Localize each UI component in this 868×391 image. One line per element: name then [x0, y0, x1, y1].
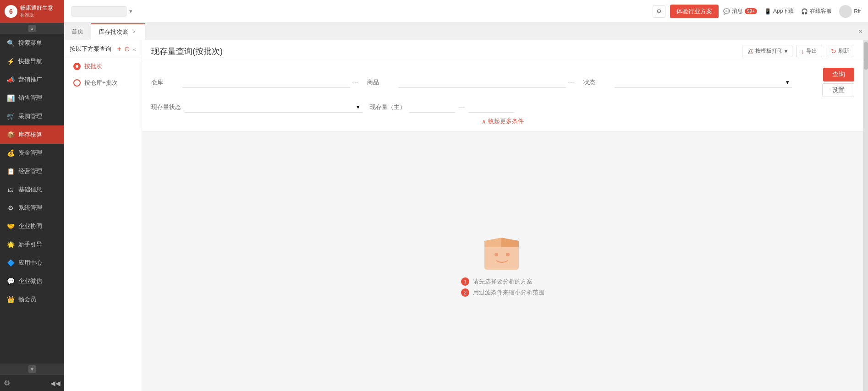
export-icon: ↓ [801, 48, 804, 55]
empty-steps: 1 请先选择要分析的方案 2 用过滤条件来缩小分析范围 [461, 277, 544, 297]
collapse-left-panel-btn[interactable]: « [133, 46, 136, 53]
scrollbar-thumb[interactable] [864, 42, 868, 70]
sidebar-item-marketing[interactable]: 📣营销推广 [0, 71, 64, 89]
scheme-item-warehouse_batch[interactable]: 按仓库+批次 [64, 75, 142, 91]
page-header: 现存量查询(按批次) 🖨 按模板打印 ▾ ↓ 导出 ↻ 刷新 [142, 40, 863, 62]
sidebar-item-label: 库存核算 [18, 130, 42, 139]
stock-qty-filter: 现存量（主） — [370, 102, 792, 113]
tab-home[interactable]: 首页 [64, 24, 91, 39]
sidebar-item-appstore[interactable]: 🔷应用中心 [0, 254, 64, 272]
close-all-tabs-btn[interactable]: × [853, 27, 868, 36]
sidebar-item-search[interactable]: 🔍搜索菜单 [0, 34, 64, 52]
sidebar-item-inventory[interactable]: 📦库存核算 [0, 125, 64, 144]
scheme-settings-btn[interactable]: ⊙ [124, 45, 130, 53]
breadcrumb: ▾ [71, 6, 648, 16]
collapse-label: 收起更多条件 [488, 117, 524, 125]
brand-info: 畅康通好生意 标准版 [20, 5, 53, 18]
stock-qty-max-input[interactable] [468, 102, 514, 113]
status-dropdown-icon: ▾ [786, 79, 789, 86]
footer-collapse-icon[interactable]: ◀◀ [50, 380, 60, 387]
sidebar-item-enterprise[interactable]: 🤝企业协同 [0, 217, 64, 235]
member-icon: 👑 [6, 295, 15, 304]
sidebar-item-label: 营销推广 [18, 76, 42, 84]
sidebar-item-basic[interactable]: 🗂基础信息 [0, 180, 64, 199]
sidebar-scroll-up[interactable]: ▲ [28, 25, 36, 32]
sidebar-item-label: 采购管理 [18, 112, 42, 120]
tab-close-btn[interactable]: × [131, 29, 137, 35]
sidebar-item-label: 企业微信 [18, 277, 42, 285]
sidebar-item-finance[interactable]: 💰资金管理 [0, 144, 64, 162]
page-header-actions: 🖨 按模板打印 ▾ ↓ 导出 ↻ 刷新 [742, 45, 854, 57]
refresh-label: 刷新 [838, 47, 849, 55]
sidebar-item-purchase[interactable]: 🛒采购管理 [0, 107, 64, 125]
left-panel-header: 按以下方案查询 + ⊙ « [64, 40, 142, 58]
app-download-item[interactable]: 📱 App下载 [764, 7, 794, 15]
query-btn[interactable]: 查询 [823, 68, 854, 81]
newbie-icon: 🌟 [6, 240, 15, 249]
print-dropdown-icon[interactable]: ▾ [785, 48, 787, 54]
scheme-dot-warehouse_batch [73, 79, 81, 87]
sidebar-item-label: 企业协同 [18, 222, 42, 230]
user-item[interactable]: Rit [839, 5, 861, 18]
app-logo: 6 [5, 5, 17, 18]
trial-btn[interactable]: 体验行业方案 [670, 5, 719, 18]
right-scrollbar[interactable] [863, 40, 868, 391]
footer-gear-icon[interactable]: ⚙ [4, 379, 10, 387]
online-service-item[interactable]: 🎧 在线客服 [801, 7, 832, 15]
stock-status-select[interactable]: ▾ [185, 102, 363, 113]
refresh-btn[interactable]: ↻ 刷新 [826, 45, 854, 57]
sidebar-item-label: 应用中心 [18, 259, 42, 267]
goods-more-btn[interactable]: ··· [566, 78, 576, 87]
step-2-num: 2 [461, 288, 469, 297]
sidebar-item-shortcut[interactable]: ⚡快捷导航 [0, 52, 64, 71]
warehouse-label: 仓库 [151, 78, 179, 87]
step-1-num: 1 [461, 277, 469, 286]
goods-input[interactable] [398, 77, 566, 88]
sidebar-item-sales[interactable]: 📊销售管理 [0, 89, 64, 107]
message-item[interactable]: 💬 消息 99+ [723, 7, 757, 15]
phone-icon: 📱 [764, 8, 771, 15]
stock-qty-min-input[interactable] [409, 102, 455, 113]
print-icon: 🖨 [747, 48, 753, 55]
left-panel-title: 按以下方案查询 [70, 45, 111, 53]
breadcrumb-dropdown-icon[interactable]: ▾ [129, 8, 132, 15]
operation-icon: 📋 [6, 167, 15, 175]
filter-row-2: 现存量状态 ▾ 现存量（主） — [151, 102, 854, 113]
sidebar-item-system[interactable]: ⚙系统管理 [0, 199, 64, 217]
sidebar-item-label: 资金管理 [18, 149, 42, 157]
sidebar-item-wechat[interactable]: 💬企业微信 [0, 272, 64, 290]
print-btn[interactable]: 🖨 按模板打印 ▾ [742, 45, 792, 57]
topbar-gear-btn[interactable]: ⚙ [653, 5, 665, 18]
sidebar-scroll-down[interactable]: ▼ [28, 365, 36, 373]
right-content: 现存量查询(按批次) 🖨 按模板打印 ▾ ↓ 导出 ↻ 刷新 [142, 40, 863, 391]
warehouse-more-btn[interactable]: ··· [350, 78, 360, 87]
collapse-icon: ∧ [482, 118, 486, 125]
tab-inventory-batch[interactable]: 库存批次账 × [91, 23, 145, 40]
add-scheme-btn[interactable]: + [117, 45, 121, 53]
sidebar-nav: 🔍搜索菜单⚡快捷导航📣营销推广📊销售管理🛒采购管理📦库存核算💰资金管理📋经营管理… [0, 34, 64, 364]
breadcrumb-input[interactable] [71, 6, 126, 16]
warehouse-input[interactable] [182, 77, 350, 88]
scheme-item-batch[interactable]: 按批次 [64, 58, 142, 75]
sidebar-item-newbie[interactable]: 🌟新手引导 [0, 235, 64, 254]
online-service-label: 在线客服 [810, 7, 832, 15]
sidebar-item-label: 搜索菜单 [18, 39, 42, 47]
collapse-filters-btn[interactable]: ∧ 收起更多条件 [151, 117, 854, 125]
svg-point-2 [494, 253, 498, 256]
basic-icon: 🗂 [6, 185, 15, 194]
stock-status-filter: 现存量状态 ▾ [151, 102, 363, 113]
sidebar-item-member[interactable]: 👑畅会员 [0, 290, 64, 309]
enterprise-icon: 🤝 [6, 222, 15, 230]
filter-settings-btn[interactable]: 设置 [822, 83, 854, 97]
status-select[interactable]: ▾ [615, 77, 792, 88]
sidebar-item-label: 基础信息 [18, 185, 42, 194]
tabs-bar: 首页 库存批次账 × × [64, 23, 868, 40]
export-btn[interactable]: ↓ 导出 [796, 45, 822, 57]
sidebar-item-operation[interactable]: 📋经营管理 [0, 162, 64, 180]
export-label: 导出 [806, 47, 817, 55]
message-label: 消息 [732, 7, 743, 15]
refresh-icon: ↻ [831, 48, 836, 55]
stock-qty-label: 现存量（主） [370, 103, 406, 111]
filter-row-1: 仓库 ··· 商品 ··· 状态 ▾ [151, 68, 854, 97]
sidebar-item-label: 经营管理 [18, 167, 42, 175]
